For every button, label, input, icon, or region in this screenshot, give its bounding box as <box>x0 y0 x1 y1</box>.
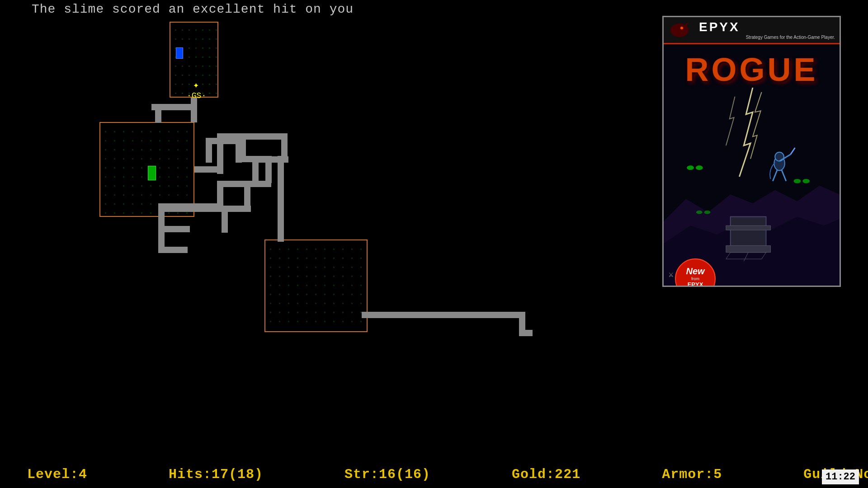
svg-rect-124 <box>177 185 179 187</box>
svg-rect-255 <box>206 138 212 163</box>
corridor-down-long <box>278 156 284 242</box>
svg-rect-25 <box>202 56 203 58</box>
svg-line-290 <box>779 155 791 161</box>
svg-rect-120 <box>141 185 142 187</box>
svg-rect-44 <box>189 84 190 85</box>
svg-point-276 <box>696 165 703 170</box>
svg-rect-103 <box>168 167 170 169</box>
svg-line-293 <box>791 148 795 155</box>
star-marker: ✦ <box>193 79 199 91</box>
svg-rect-221 <box>360 294 362 295</box>
svg-rect-2 <box>189 29 190 31</box>
svg-rect-215 <box>306 294 307 295</box>
room-bot-right <box>264 239 368 332</box>
svg-rect-43 <box>182 84 183 85</box>
room-mid-left <box>99 122 194 217</box>
svg-rect-250 <box>324 321 326 322</box>
svg-rect-155 <box>186 212 188 214</box>
svg-rect-23 <box>189 56 190 58</box>
svg-rect-172 <box>315 258 316 259</box>
svg-rect-109 <box>132 176 133 178</box>
svg-rect-39 <box>202 75 203 76</box>
svg-rect-113 <box>168 176 170 178</box>
svg-rect-69 <box>132 140 133 141</box>
svg-rect-231 <box>351 303 353 304</box>
svg-line-284 <box>726 252 731 259</box>
badge-from-text: from <box>691 277 699 281</box>
svg-rect-219 <box>342 294 344 295</box>
svg-rect-46 <box>202 84 203 85</box>
svg-rect-1 <box>182 29 183 31</box>
svg-rect-151 <box>150 212 151 214</box>
svg-rect-164 <box>342 249 344 250</box>
svg-rect-266 <box>158 226 190 232</box>
svg-rect-177 <box>360 258 362 259</box>
svg-rect-178 <box>270 267 271 268</box>
svg-rect-216 <box>315 294 316 295</box>
svg-rect-189 <box>270 276 271 277</box>
svg-rect-242 <box>351 312 353 313</box>
cover-image: EPYX Strategy Games for the Action-Game … <box>662 16 841 287</box>
svg-rect-105 <box>186 167 188 169</box>
svg-rect-16 <box>189 47 190 49</box>
svg-rect-137 <box>114 203 115 205</box>
svg-rect-159 <box>297 249 298 250</box>
svg-rect-29 <box>182 66 183 67</box>
svg-rect-193 <box>306 276 307 277</box>
svg-point-288 <box>774 156 785 171</box>
svg-rect-99 <box>132 167 133 169</box>
svg-rect-77 <box>114 149 115 150</box>
corridor-r6 <box>281 133 288 158</box>
svg-rect-195 <box>324 276 326 277</box>
svg-rect-174 <box>333 258 335 259</box>
svg-rect-60 <box>141 131 142 132</box>
svg-rect-91 <box>150 158 151 160</box>
svg-rect-115 <box>186 176 188 178</box>
svg-rect-24 <box>195 56 197 58</box>
svg-rect-48 <box>216 84 217 85</box>
svg-rect-184 <box>324 267 326 268</box>
svg-rect-192 <box>297 276 298 277</box>
svg-rect-133 <box>168 194 170 196</box>
svg-rect-244 <box>270 321 271 322</box>
svg-rect-71 <box>150 140 151 141</box>
svg-rect-131 <box>150 194 151 196</box>
svg-rect-185 <box>333 267 335 268</box>
svg-rect-106 <box>105 176 106 178</box>
svg-rect-28 <box>175 66 176 67</box>
svg-rect-92 <box>159 158 160 160</box>
svg-point-275 <box>687 165 694 170</box>
svg-rect-181 <box>297 267 298 268</box>
svg-rect-93 <box>168 158 170 160</box>
svg-rect-139 <box>132 203 133 205</box>
svg-rect-187 <box>351 267 353 268</box>
svg-rect-8 <box>182 38 183 40</box>
svg-rect-200 <box>270 285 271 286</box>
svg-rect-36 <box>182 75 183 76</box>
svg-rect-121 <box>150 185 151 187</box>
svg-rect-179 <box>279 267 280 268</box>
svg-rect-246 <box>288 321 289 322</box>
svg-rect-154 <box>177 212 179 214</box>
svg-rect-173 <box>324 258 326 259</box>
svg-rect-230 <box>342 303 344 304</box>
svg-rect-125 <box>186 185 188 187</box>
svg-rect-235 <box>288 312 289 313</box>
svg-rect-122 <box>159 185 160 187</box>
svg-line-292 <box>782 170 786 181</box>
svg-rect-63 <box>168 131 170 132</box>
svg-rect-10 <box>195 38 197 40</box>
svg-rect-89 <box>132 158 133 160</box>
svg-rect-202 <box>288 285 289 286</box>
corridor-room3-far <box>519 330 533 336</box>
svg-rect-41 <box>216 75 217 76</box>
svg-rect-205 <box>315 285 316 286</box>
epyx-tagline: Strategy Games for the Action-Game Playe… <box>699 34 835 40</box>
svg-rect-38 <box>195 75 197 76</box>
badge-epyx-text: EPYX <box>688 281 703 287</box>
status-level: Level:4 <box>27 467 87 482</box>
svg-rect-47 <box>209 84 210 85</box>
svg-rect-56 <box>105 131 106 132</box>
svg-rect-204 <box>306 285 307 286</box>
svg-rect-160 <box>306 249 307 250</box>
